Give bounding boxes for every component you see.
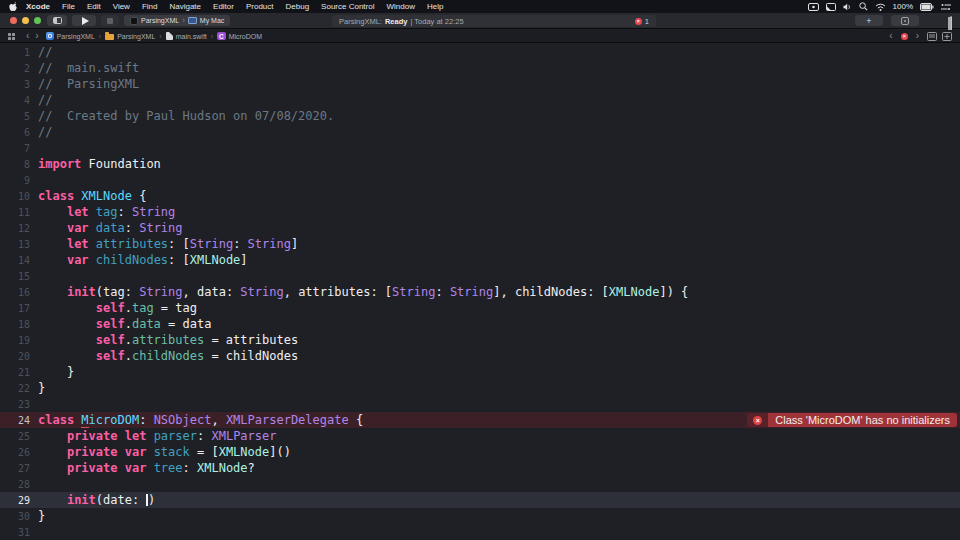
code-line-4[interactable]: 4//: [0, 92, 960, 108]
related-items-icon[interactable]: [8, 33, 15, 40]
line-number[interactable]: 26: [0, 447, 30, 458]
forward-button[interactable]: ›: [32, 30, 41, 42]
navigator-toggle-button[interactable]: [47, 15, 67, 26]
code-line-30[interactable]: 30}: [0, 508, 960, 524]
line-number[interactable]: 10: [0, 191, 30, 202]
stop-button[interactable]: [101, 15, 119, 26]
code-line-24[interactable]: 24class MicroDOM: NSObject, XMLParserDel…: [0, 412, 960, 428]
line-number[interactable]: 28: [0, 479, 30, 490]
apple-menu[interactable]: [6, 2, 20, 12]
back-button[interactable]: ‹: [23, 30, 32, 42]
breadcrumb-item[interactable]: main.swift: [166, 32, 207, 41]
previous-issue-button[interactable]: ‹: [886, 30, 895, 42]
code-line-23[interactable]: 23: [0, 396, 960, 412]
battery-icon[interactable]: [920, 3, 934, 11]
breadcrumb-item[interactable]: ParsingXML: [46, 32, 95, 40]
breadcrumb-item[interactable]: CMicroDOM: [217, 32, 262, 41]
line-number[interactable]: 11: [0, 207, 30, 218]
control-center-icon[interactable]: [941, 3, 951, 11]
line-number[interactable]: 6: [0, 127, 30, 138]
editor-options-icon[interactable]: [927, 32, 937, 41]
zoom-window-button[interactable]: [34, 17, 41, 24]
code-line-18[interactable]: 18 self.data = data: [0, 316, 960, 332]
line-number[interactable]: 4: [0, 95, 30, 106]
line-number[interactable]: 27: [0, 463, 30, 474]
library-button[interactable]: [891, 15, 919, 26]
error-count-icon[interactable]: ×: [635, 18, 642, 25]
menu-window[interactable]: Window: [380, 0, 420, 13]
line-number[interactable]: 8: [0, 159, 30, 170]
code-line-21[interactable]: 21 }: [0, 364, 960, 380]
line-number[interactable]: 2: [0, 63, 30, 74]
code-line-16[interactable]: 16 init(tag: String, data: String, attri…: [0, 284, 960, 300]
line-number[interactable]: 22: [0, 383, 30, 394]
next-issue-button[interactable]: ›: [913, 30, 922, 42]
code-line-19[interactable]: 19 self.attributes = attributes: [0, 332, 960, 348]
line-number[interactable]: 31: [0, 527, 30, 538]
code-line-14[interactable]: 14 var childNodes: [XMLNode]: [0, 252, 960, 268]
line-number[interactable]: 15: [0, 271, 30, 282]
code-line-31[interactable]: 31: [0, 524, 960, 540]
menu-editor[interactable]: Editor: [207, 0, 240, 13]
code-line-6[interactable]: 6//: [0, 124, 960, 140]
code-line-3[interactable]: 3// ParsingXML: [0, 76, 960, 92]
error-count-label[interactable]: 1: [645, 17, 649, 26]
code-line-29[interactable]: 29 init(date: ): [0, 492, 960, 508]
error-annotation[interactable]: ×Class 'MicroDOM' has no initializers: [747, 413, 957, 427]
code-line-5[interactable]: 5// Created by Paul Hudson on 07/08/2020…: [0, 108, 960, 124]
spotlight-icon[interactable]: [859, 2, 868, 11]
line-number[interactable]: 12: [0, 223, 30, 234]
issue-indicator-icon[interactable]: ×: [901, 33, 908, 40]
add-editor-icon[interactable]: [942, 32, 952, 41]
line-number[interactable]: 14: [0, 255, 30, 266]
menu-file[interactable]: File: [56, 0, 81, 13]
code-line-20[interactable]: 20 self.childNodes = childNodes: [0, 348, 960, 364]
line-number[interactable]: 19: [0, 335, 30, 346]
code-line-10[interactable]: 10class XMLNode {: [0, 188, 960, 204]
code-line-2[interactable]: 2// main.swift: [0, 60, 960, 76]
line-number[interactable]: 9: [0, 175, 30, 186]
code-line-26[interactable]: 26 private var stack = [XMLNode](): [0, 444, 960, 460]
line-number[interactable]: 29: [0, 495, 30, 506]
line-number[interactable]: 24: [0, 415, 30, 426]
menu-navigate[interactable]: Navigate: [163, 0, 207, 13]
code-line-9[interactable]: 9: [0, 172, 960, 188]
code-editor[interactable]: 1//2// main.swift3// ParsingXML4//5// Cr…: [0, 44, 960, 540]
line-number[interactable]: 3: [0, 79, 30, 90]
menu-find[interactable]: Find: [136, 0, 164, 13]
line-number[interactable]: 7: [0, 143, 30, 154]
code-line-13[interactable]: 13 let attributes: [String: String]: [0, 236, 960, 252]
code-line-25[interactable]: 25 private let parser: XMLParser: [0, 428, 960, 444]
line-number[interactable]: 18: [0, 319, 30, 330]
activity-status-bar[interactable]: ParsingXML: Ready | Today at 22:25 × 1: [332, 15, 656, 27]
run-button[interactable]: [72, 15, 96, 26]
wifi-icon[interactable]: [875, 3, 886, 11]
video-icon[interactable]: [808, 3, 819, 11]
code-line-27[interactable]: 27 private var tree: XMLNode?: [0, 460, 960, 476]
line-number[interactable]: 16: [0, 287, 30, 298]
menu-view[interactable]: View: [107, 0, 136, 13]
line-number[interactable]: 13: [0, 239, 30, 250]
close-window-button[interactable]: [10, 17, 17, 24]
volume-icon[interactable]: [843, 3, 852, 11]
menu-product[interactable]: Product: [240, 0, 280, 13]
add-button[interactable]: +: [855, 15, 883, 26]
menu-help[interactable]: Help: [421, 0, 449, 13]
menu-xcode[interactable]: Xcode: [20, 0, 56, 13]
scheme-selector[interactable]: ParsingXML › My Mac: [124, 15, 230, 26]
line-number[interactable]: 21: [0, 367, 30, 378]
minimize-window-button[interactable]: [22, 17, 29, 24]
line-number[interactable]: 25: [0, 431, 30, 442]
line-number[interactable]: 23: [0, 399, 30, 410]
line-number[interactable]: 20: [0, 351, 30, 362]
line-number[interactable]: 30: [0, 511, 30, 522]
menu-source-control[interactable]: Source Control: [315, 0, 380, 13]
menu-edit[interactable]: Edit: [81, 0, 107, 13]
code-line-17[interactable]: 17 self.tag = tag: [0, 300, 960, 316]
code-line-15[interactable]: 15: [0, 268, 960, 284]
code-line-1[interactable]: 1//: [0, 44, 960, 60]
code-line-7[interactable]: 7: [0, 140, 960, 156]
code-line-11[interactable]: 11 let tag: String: [0, 204, 960, 220]
line-number[interactable]: 1: [0, 47, 30, 58]
code-line-28[interactable]: 28: [0, 476, 960, 492]
